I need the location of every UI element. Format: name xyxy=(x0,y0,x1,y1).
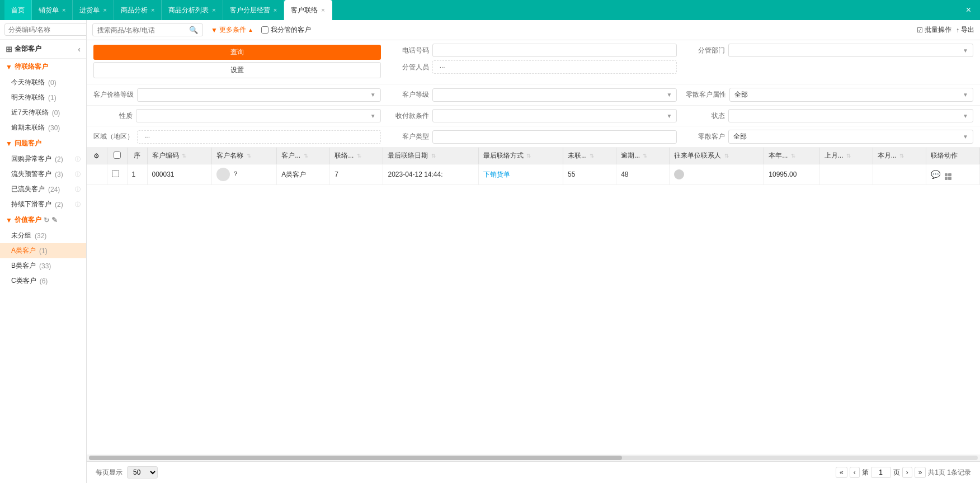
th-overdue[interactable]: 逾期... ⇅ xyxy=(616,148,670,164)
window-close-button[interactable]: × xyxy=(962,3,976,17)
tab-goods-analysis-close[interactable]: × xyxy=(151,7,154,13)
filter-payment-select[interactable]: ▼ xyxy=(432,109,677,122)
filter-price-grade-select[interactable]: ▼ xyxy=(137,88,381,102)
tab-goods-analysis-list[interactable]: 商品分析列表 × xyxy=(162,0,223,20)
sidebar-section-pending[interactable]: ▼ 待联络客户 xyxy=(0,59,86,75)
th-customer-type-col[interactable]: 客户... ⇅ xyxy=(277,148,330,164)
filter-status-select[interactable]: ▼ xyxy=(728,109,973,122)
status-caret: ▼ xyxy=(963,113,968,119)
tab-customer-contact[interactable]: 客户联络 × xyxy=(284,0,332,20)
th-company-contact[interactable]: 往来单位联系人 ⇅ xyxy=(670,148,764,164)
th-not-contacted[interactable]: 未联... ⇅ xyxy=(563,148,616,164)
first-page-btn[interactable]: « xyxy=(836,467,847,478)
sidebar-item-7days[interactable]: 近7天待联络(0) xyxy=(0,105,86,120)
edit-icon[interactable]: ✎ xyxy=(51,216,58,224)
select-all-checkbox[interactable] xyxy=(114,151,121,159)
last-page-btn[interactable]: » xyxy=(915,467,926,478)
td-last-month xyxy=(819,164,873,185)
filter-customer-grade-select[interactable]: ▼ xyxy=(432,88,677,102)
export-btn[interactable]: ↑ 导出 xyxy=(956,25,974,35)
sidebar-item-overdue[interactable]: 逾期未联络(30) xyxy=(0,120,86,135)
refresh-icon[interactable]: ↻ xyxy=(44,216,49,224)
filter-phone-input[interactable] xyxy=(432,44,677,57)
tab-goods-analysis[interactable]: 商品分析 × xyxy=(114,0,162,20)
tab-purchase[interactable]: 进货单 × xyxy=(73,0,114,20)
settings-btn[interactable]: 设置 xyxy=(93,62,381,78)
sidebar: 🔍 ⊞ 全部客户 ‹ ▼ 待联络客户 今天待联络(0) 明天待联络(1) 近7天… xyxy=(0,20,87,483)
grid-action-icon[interactable] xyxy=(945,169,951,180)
my-customers-checkbox[interactable] xyxy=(261,26,268,34)
th-this-month[interactable]: 本月... ⇅ xyxy=(873,148,926,164)
filter-region-input[interactable]: ··· xyxy=(137,130,381,144)
checkbox-icon: ☑ xyxy=(917,26,923,34)
th-last-contact-method[interactable]: 最后联络方式 ⇅ xyxy=(478,148,563,164)
sort-icon: ⇅ xyxy=(724,153,729,159)
filter-customer-type: 客户类型 xyxy=(390,130,677,144)
td-last-method[interactable]: 下销货单 xyxy=(478,164,563,185)
sort-icon: ⇅ xyxy=(182,153,186,159)
filter-scatter-select[interactable]: 全部 ▼ xyxy=(728,130,973,144)
filter-manager-input[interactable]: ··· xyxy=(432,60,677,74)
tab-sales[interactable]: 销货单 × xyxy=(32,0,73,20)
tab-sales-close[interactable]: × xyxy=(62,7,65,13)
filter-customer-grade-label: 客户等级 xyxy=(390,90,429,100)
sidebar-search-input[interactable] xyxy=(4,23,87,36)
tab-customer-tier-close[interactable]: × xyxy=(274,7,277,13)
tab-customer-tier[interactable]: 客户分层经营 × xyxy=(223,0,284,20)
payment-caret: ▼ xyxy=(666,113,672,119)
sidebar-item-c-class[interactable]: C类客户(6) xyxy=(0,273,86,288)
my-customers-filter[interactable]: 我分管的客户 xyxy=(261,25,311,35)
tab-home[interactable]: 首页 xyxy=(4,0,32,20)
sidebar-item-churn-warning[interactable]: 流失预警客户(3) ⓘ xyxy=(0,167,86,182)
search-input[interactable] xyxy=(97,26,187,34)
query-btn[interactable]: 查询 xyxy=(93,45,381,60)
th-gear[interactable]: ⚙ xyxy=(87,148,107,164)
horizontal-scrollbar[interactable] xyxy=(87,454,980,461)
sidebar-item-a-class[interactable]: A类客户(1) xyxy=(0,243,86,258)
tab-goods-analysis-list-close[interactable]: × xyxy=(212,7,215,13)
next-page-btn[interactable]: › xyxy=(902,467,912,478)
td-this-month xyxy=(873,164,926,185)
sidebar-all-customers[interactable]: ⊞ 全部客户 ‹ xyxy=(0,40,86,59)
td-code: 000031 xyxy=(147,164,212,185)
row-checkbox[interactable] xyxy=(112,170,119,177)
sidebar-item-declining[interactable]: 持续下滑客户(2) ⓘ xyxy=(0,197,86,212)
tab-purchase-close[interactable]: × xyxy=(103,7,106,13)
sidebar-item-churned[interactable]: 已流失客户(24) ⓘ xyxy=(0,182,86,197)
filter-dept-select[interactable]: ▼ xyxy=(728,44,973,57)
td-not-contacted: 55 xyxy=(563,164,616,185)
sidebar-item-b-class[interactable]: B类客户(33) xyxy=(0,258,86,273)
sidebar-section-problem[interactable]: ▼ 问题客户 xyxy=(0,135,86,151)
th-checkbox[interactable] xyxy=(107,148,127,164)
sort-icon: ⇅ xyxy=(791,153,795,159)
prev-page-btn[interactable]: ‹ xyxy=(850,467,860,478)
page-input[interactable] xyxy=(871,467,891,478)
filter-customer-type-input[interactable] xyxy=(432,130,677,144)
sidebar-section-value[interactable]: ▼ 价值客户 ↻ ✎ xyxy=(0,212,86,228)
per-page-select[interactable]: 20 50 100 200 xyxy=(127,466,158,479)
batch-op-btn[interactable]: ☑ 批量操作 xyxy=(917,25,951,35)
last-method-link[interactable]: 下销货单 xyxy=(483,171,510,178)
search-icon[interactable]: 🔍 xyxy=(189,26,198,34)
more-conditions-label: 更多条件 xyxy=(219,25,246,35)
filter-nature-select[interactable]: ▼ xyxy=(136,109,381,122)
td-checkbox[interactable] xyxy=(107,164,127,185)
sidebar-item-repurchase-abnormal[interactable]: 回购异常客户(2) ⓘ xyxy=(0,151,86,167)
more-conditions-btn[interactable]: ▼ 更多条件 ▲ xyxy=(208,25,257,35)
th-customer-name[interactable]: 客户名称 ⇅ xyxy=(212,148,277,164)
th-customer-code[interactable]: 客户编码 ⇅ xyxy=(147,148,212,164)
scrollbar-thumb[interactable] xyxy=(89,456,622,460)
sidebar-item-unclassified[interactable]: 未分组(32) xyxy=(0,228,86,243)
filter-scatter-attr-label: 零散客户属性 xyxy=(686,90,726,100)
th-this-year[interactable]: 本年... ⇅ xyxy=(764,148,819,164)
sidebar-item-today[interactable]: 今天待联络(0) xyxy=(0,75,86,90)
arrow-icon2: ▼ xyxy=(6,140,12,148)
tab-customer-contact-close[interactable]: × xyxy=(321,7,324,13)
th-contact-count[interactable]: 联络... ⇅ xyxy=(330,148,383,164)
sidebar-item-tomorrow[interactable]: 明天待联络(1) xyxy=(0,90,86,105)
table-container: ⚙ 序 客户编码 ⇅ 客户名称 ⇅ 客户... ⇅ 联络... ⇅ 最后联络日期… xyxy=(87,148,980,454)
th-last-month[interactable]: 上月... ⇅ xyxy=(819,148,873,164)
filter-scatter-attr-select[interactable]: 全部 ▼ xyxy=(729,88,973,102)
th-last-contact-date[interactable]: 最后联络日期 ⇅ xyxy=(383,148,478,164)
chat-icon[interactable]: 💬 xyxy=(931,170,940,179)
